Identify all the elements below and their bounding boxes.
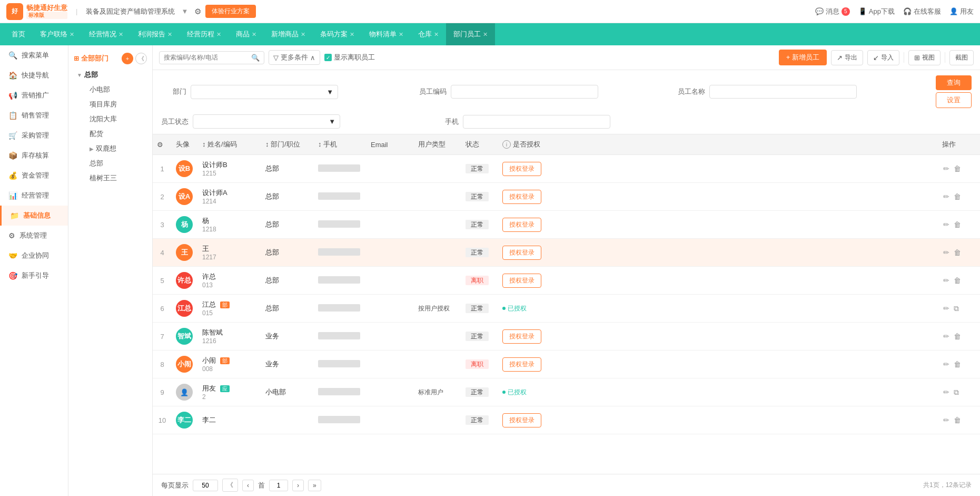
page-num-input[interactable] bbox=[269, 480, 288, 491]
nav-close-goods[interactable]: ✕ bbox=[252, 31, 256, 38]
per-page-input[interactable] bbox=[193, 480, 218, 491]
sidebar-item-marketing[interactable]: 📢 营销推广 bbox=[0, 85, 68, 105]
message-btn[interactable]: 💬 消息 5 bbox=[815, 7, 850, 16]
view-btn[interactable]: ⊞视图 bbox=[908, 50, 941, 65]
last-page-btn[interactable]: » bbox=[308, 480, 321, 491]
delete-btn[interactable]: 🗑 bbox=[954, 360, 961, 368]
nav-bom[interactable]: 物料清单 ✕ bbox=[362, 23, 411, 45]
import-btn[interactable]: ↙导入 bbox=[867, 50, 899, 65]
dept-node-zongbu[interactable]: 总部 bbox=[81, 156, 152, 171]
dropdown-icon[interactable]: ▼ bbox=[181, 7, 188, 15]
col-settings[interactable]: ⚙ bbox=[153, 134, 172, 155]
sidebar-item-operations[interactable]: 📊 经营管理 bbox=[0, 186, 68, 206]
dept-node-shuanglu[interactable]: ▶双鹿想 bbox=[81, 141, 152, 156]
nav-home[interactable]: 首页 bbox=[4, 23, 33, 45]
nav-customer[interactable]: 客户联络 ✕ bbox=[33, 23, 82, 45]
search-box[interactable]: 🔍 bbox=[159, 51, 264, 64]
dept-select[interactable]: ▼ bbox=[191, 85, 338, 99]
edit-btn[interactable]: ✏ bbox=[943, 276, 949, 285]
delete-btn[interactable]: 🗑 bbox=[954, 192, 961, 201]
auth-info-icon[interactable]: i bbox=[502, 140, 511, 149]
dept-node-zhishu[interactable]: 植树王三 bbox=[81, 171, 152, 186]
settings-icon[interactable]: ⚙ bbox=[194, 7, 201, 16]
edit-btn[interactable]: ✏ bbox=[943, 164, 949, 173]
col-name[interactable]: ↕ 姓名/编码 bbox=[198, 134, 261, 155]
auth-btn[interactable]: 授权登录 bbox=[502, 274, 541, 288]
delete-btn[interactable]: 🗑 bbox=[954, 220, 961, 229]
sidebar-item-basic[interactable]: 📁 基础信息 bbox=[0, 206, 68, 226]
dept-node-peihuo[interactable]: 配货 bbox=[81, 127, 152, 141]
delete-btn[interactable]: 🗑 bbox=[954, 248, 961, 257]
emp-status-select[interactable]: ▼ bbox=[193, 114, 340, 129]
nav-barcode[interactable]: 条码方案 ✕ bbox=[313, 23, 362, 45]
sidebar-item-system[interactable]: ⚙ 系统管理 bbox=[0, 226, 68, 246]
delete-btn[interactable]: 🗑 bbox=[954, 164, 961, 173]
filter-more-btn[interactable]: ▽ 更多条件 ∧ bbox=[269, 50, 320, 65]
dept-node-xiaodian[interactable]: 小电部 bbox=[81, 82, 152, 97]
edit-btn[interactable]: ✏ bbox=[943, 248, 949, 257]
app-download-btn[interactable]: 📱 App下载 bbox=[858, 7, 895, 16]
nav-operation[interactable]: 经营情况 ✕ bbox=[82, 23, 131, 45]
edit-btn[interactable]: ✏ bbox=[943, 332, 949, 341]
copy-btn[interactable]: ⧉ bbox=[954, 304, 959, 313]
nav-add-goods[interactable]: 新增商品 ✕ bbox=[264, 23, 313, 45]
phone-input[interactable] bbox=[463, 115, 610, 129]
auth-btn[interactable]: 授权登录 bbox=[502, 218, 541, 232]
set-btn[interactable]: 设置 bbox=[936, 92, 972, 108]
search-input[interactable] bbox=[164, 54, 248, 61]
copy-btn[interactable]: ⧉ bbox=[954, 388, 959, 396]
trial-button[interactable]: 体验行业方案 bbox=[205, 5, 256, 18]
edit-btn[interactable]: ✏ bbox=[943, 416, 949, 424]
show-resigned-label[interactable]: ✓ 显示离职员工 bbox=[324, 53, 375, 62]
col-dept[interactable]: ↕ 部门/职位 bbox=[261, 134, 314, 155]
nav-close-warehouse[interactable]: ✕ bbox=[434, 31, 439, 38]
delete-btn[interactable]: 🗑 bbox=[954, 332, 961, 341]
prev-page-btn[interactable]: ‹ bbox=[242, 480, 254, 491]
nav-close-barcode[interactable]: ✕ bbox=[350, 31, 354, 38]
edit-btn[interactable]: ✏ bbox=[943, 192, 949, 201]
edit-btn[interactable]: ✏ bbox=[943, 388, 949, 396]
delete-btn[interactable]: 🗑 bbox=[954, 416, 961, 424]
auth-btn[interactable]: 授权登录 bbox=[502, 413, 541, 427]
auth-btn[interactable]: 授权登录 bbox=[502, 246, 541, 260]
online-service-btn[interactable]: 🎧 在线客服 bbox=[903, 7, 941, 16]
edit-btn[interactable]: ✏ bbox=[943, 304, 949, 313]
nav-close-bom[interactable]: ✕ bbox=[399, 31, 403, 38]
nav-profit[interactable]: 利润报告 ✕ bbox=[131, 23, 180, 45]
edit-btn[interactable]: ✏ bbox=[943, 220, 949, 229]
auth-btn[interactable]: 授权登录 bbox=[502, 190, 541, 204]
sidebar-item-inventory[interactable]: 📦 库存核算 bbox=[0, 145, 68, 166]
first-page-btn[interactable]: 《 bbox=[222, 479, 238, 492]
sidebar-item-collab[interactable]: 🤝 企业协同 bbox=[0, 246, 68, 266]
sidebar-item-search[interactable]: 🔍 搜索菜单 bbox=[0, 45, 68, 65]
delete-btn[interactable]: 🗑 bbox=[954, 276, 961, 285]
sidebar-item-finance[interactable]: 💰 资金管理 bbox=[0, 166, 68, 186]
screenshot-btn[interactable]: 截图 bbox=[949, 50, 974, 65]
sidebar-item-nav[interactable]: 🏠 快捷导航 bbox=[0, 65, 68, 85]
col-phone[interactable]: ↕ 手机 bbox=[314, 134, 367, 155]
nav-close-history[interactable]: ✕ bbox=[216, 31, 221, 38]
nav-close-dept-staff[interactable]: ✕ bbox=[483, 31, 488, 38]
nav-dept-staff[interactable]: 部门员工 ✕ bbox=[446, 23, 495, 45]
add-employee-btn[interactable]: + 新增员工 bbox=[779, 50, 827, 65]
dept-node-shenyang[interactable]: 沈阳大库 bbox=[81, 112, 152, 127]
user-btn[interactable]: 👤 用友 bbox=[949, 7, 974, 16]
edit-btn[interactable]: ✏ bbox=[943, 360, 949, 368]
query-btn[interactable]: 查询 bbox=[936, 75, 972, 90]
nav-goods[interactable]: 商品 ✕ bbox=[229, 23, 264, 45]
add-dept-btn[interactable]: + bbox=[122, 53, 133, 64]
export-btn[interactable]: ↗导出 bbox=[831, 50, 863, 65]
dept-header-label[interactable]: ⊞ 全部部门 bbox=[74, 54, 108, 63]
sidebar-item-purchase[interactable]: 🛒 采购管理 bbox=[0, 125, 68, 145]
collapse-btn[interactable]: 《 bbox=[135, 53, 147, 64]
show-resigned-checkbox[interactable]: ✓ bbox=[324, 54, 332, 61]
nav-warehouse[interactable]: 仓库 ✕ bbox=[411, 23, 446, 45]
nav-close-add-goods[interactable]: ✕ bbox=[301, 31, 305, 38]
emp-code-input[interactable] bbox=[451, 85, 598, 99]
nav-close-operation[interactable]: ✕ bbox=[118, 31, 123, 38]
sidebar-item-sales[interactable]: 📋 销售管理 bbox=[0, 105, 68, 125]
dept-node-general[interactable]: ▼总部 bbox=[68, 67, 152, 82]
auth-btn[interactable]: 授权登录 bbox=[502, 329, 541, 344]
dept-node-project[interactable]: 项目库房 bbox=[81, 97, 152, 112]
emp-name-input[interactable] bbox=[709, 85, 857, 99]
